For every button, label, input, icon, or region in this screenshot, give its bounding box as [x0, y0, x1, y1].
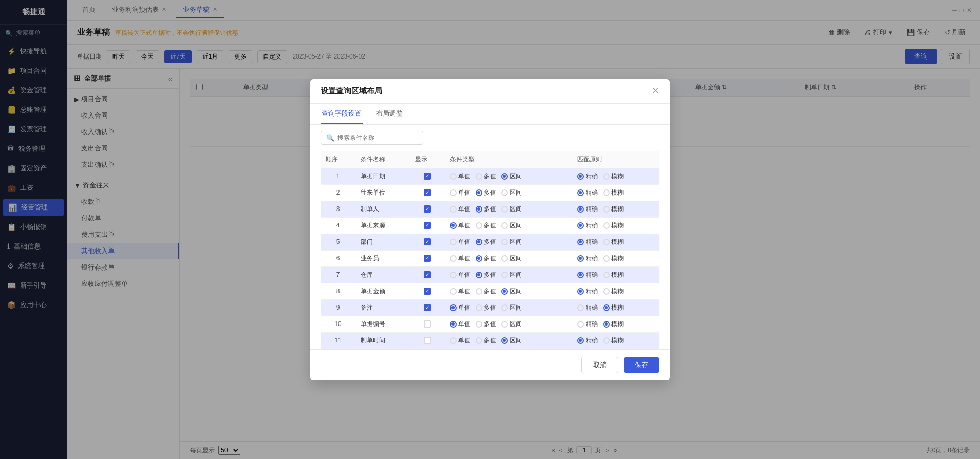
type-multi-radio[interactable]: 多值 — [476, 320, 496, 329]
show-checkbox[interactable] — [424, 288, 431, 295]
type-single-radio[interactable]: 单值 — [450, 188, 470, 197]
row-show[interactable] — [410, 283, 445, 299]
type-multi-radio[interactable]: 多值 — [476, 271, 496, 279]
match-fuzzy-radio[interactable]: 模糊 — [603, 287, 624, 296]
type-multi-radio[interactable]: 多值 — [476, 172, 496, 181]
row-type: 单值 多值 区间 — [445, 316, 572, 332]
type-single-radio[interactable]: 单值 — [450, 287, 470, 296]
modal-overlay[interactable]: 设置查询区域布局 ✕ 查询字段设置 布局调整 🔍 顺序 条件名称 显示 条件类型 — [0, 0, 980, 459]
match-precise-radio[interactable]: 精确 — [577, 172, 598, 181]
show-checkbox[interactable] — [424, 205, 431, 213]
match-precise-radio[interactable]: 精确 — [577, 221, 598, 230]
row-order: 8 — [321, 283, 355, 299]
row-type: 单值 多值 区间 — [445, 283, 572, 299]
type-multi-radio[interactable]: 多值 — [476, 238, 496, 246]
type-range-radio[interactable]: 区间 — [501, 188, 522, 197]
match-fuzzy-radio[interactable]: 模糊 — [603, 336, 624, 345]
row-type: 单值 多值 区间 — [445, 217, 572, 234]
modal-body: 顺序 条件名称 显示 条件类型 匹配原则 1 单据日期 — [310, 151, 670, 349]
type-single-radio[interactable]: 单值 — [450, 205, 470, 214]
type-range-radio[interactable]: 区间 — [501, 221, 522, 230]
type-single-radio[interactable]: 单值 — [450, 271, 470, 279]
type-multi-radio[interactable]: 多值 — [476, 205, 496, 214]
type-range-radio[interactable]: 区间 — [501, 303, 522, 312]
match-precise-radio[interactable]: 精确 — [577, 188, 598, 197]
row-show[interactable] — [410, 332, 445, 349]
match-precise-radio[interactable]: 精确 — [577, 238, 598, 246]
type-single-radio[interactable]: 单值 — [450, 336, 470, 345]
match-precise-radio[interactable]: 精确 — [577, 303, 598, 312]
type-range-radio[interactable]: 区间 — [501, 238, 522, 246]
modal-search-area: 🔍 — [310, 125, 670, 151]
row-show[interactable] — [410, 201, 445, 217]
type-multi-radio[interactable]: 多值 — [476, 221, 496, 230]
match-precise-radio[interactable]: 精确 — [577, 336, 598, 345]
match-fuzzy-radio[interactable]: 模糊 — [603, 221, 624, 230]
show-checkbox[interactable] — [424, 304, 431, 311]
type-single-radio[interactable]: 单值 — [450, 303, 470, 312]
show-checkbox[interactable] — [424, 222, 431, 229]
type-multi-radio[interactable]: 多值 — [476, 336, 496, 345]
match-precise-radio[interactable]: 精确 — [577, 287, 598, 296]
row-show[interactable] — [410, 217, 445, 234]
type-multi-radio[interactable]: 多值 — [476, 287, 496, 296]
type-single-radio[interactable]: 单值 — [450, 221, 470, 230]
th-match: 匹配原则 — [572, 151, 659, 168]
row-order: 4 — [321, 217, 355, 234]
row-type: 单值 多值 区间 — [445, 184, 572, 201]
type-range-radio[interactable]: 区间 — [501, 271, 522, 279]
row-type: 单值 多值 区间 — [445, 168, 572, 184]
row-show[interactable] — [410, 250, 445, 266]
th-name: 条件名称 — [355, 151, 409, 168]
match-fuzzy-radio[interactable]: 模糊 — [603, 238, 624, 246]
type-range-radio[interactable]: 区间 — [501, 320, 522, 329]
type-single-radio[interactable]: 单值 — [450, 238, 470, 246]
show-checkbox[interactable] — [424, 255, 431, 262]
match-fuzzy-radio[interactable]: 模糊 — [603, 271, 624, 279]
type-single-radio[interactable]: 单值 — [450, 172, 470, 181]
show-checkbox[interactable] — [424, 189, 431, 196]
row-match: 精确 模糊 — [572, 234, 659, 250]
match-precise-radio[interactable]: 精确 — [577, 205, 598, 214]
match-precise-radio[interactable]: 精确 — [577, 254, 598, 263]
type-range-radio[interactable]: 区间 — [501, 336, 522, 345]
type-range-radio[interactable]: 区间 — [501, 254, 522, 263]
match-precise-radio[interactable]: 精确 — [577, 320, 598, 329]
match-fuzzy-radio[interactable]: 模糊 — [603, 254, 624, 263]
type-single-radio[interactable]: 单值 — [450, 320, 470, 329]
modal-search-input[interactable] — [337, 134, 414, 141]
row-type: 单值 多值 区间 — [445, 266, 572, 283]
type-range-radio[interactable]: 区间 — [501, 205, 522, 214]
modal-tab-query[interactable]: 查询字段设置 — [321, 104, 363, 124]
row-show[interactable] — [410, 168, 445, 184]
match-fuzzy-radio[interactable]: 模糊 — [603, 172, 624, 181]
type-multi-radio[interactable]: 多值 — [476, 188, 496, 197]
modal-save-button[interactable]: 保存 — [624, 357, 659, 373]
row-match: 精确 模糊 — [572, 316, 659, 332]
type-single-radio[interactable]: 单值 — [450, 254, 470, 263]
match-fuzzy-radio[interactable]: 模糊 — [603, 320, 624, 329]
modal-tab-layout[interactable]: 布局调整 — [375, 104, 404, 124]
type-range-radio[interactable]: 区间 — [501, 287, 522, 296]
row-show[interactable] — [410, 184, 445, 201]
row-show[interactable] — [410, 316, 445, 332]
match-fuzzy-radio[interactable]: 模糊 — [603, 205, 624, 214]
row-show[interactable] — [410, 234, 445, 250]
match-precise-radio[interactable]: 精确 — [577, 271, 598, 279]
type-range-radio[interactable]: 区间 — [501, 172, 522, 181]
show-checkbox[interactable] — [424, 173, 431, 180]
cancel-button[interactable]: 取消 — [581, 357, 618, 373]
row-show[interactable] — [410, 266, 445, 283]
match-fuzzy-radio[interactable]: 模糊 — [603, 303, 624, 312]
show-checkbox[interactable] — [424, 320, 431, 328]
row-match: 精确 模糊 — [572, 332, 659, 349]
row-show[interactable] — [410, 299, 445, 316]
show-checkbox[interactable] — [424, 337, 431, 344]
match-fuzzy-radio[interactable]: 模糊 — [603, 188, 624, 197]
show-checkbox[interactable] — [424, 271, 431, 278]
type-multi-radio[interactable]: 多值 — [476, 303, 496, 312]
type-multi-radio[interactable]: 多值 — [476, 254, 496, 263]
modal-close-button[interactable]: ✕ — [652, 86, 659, 95]
row-order: 9 — [321, 299, 355, 316]
show-checkbox[interactable] — [424, 238, 431, 245]
